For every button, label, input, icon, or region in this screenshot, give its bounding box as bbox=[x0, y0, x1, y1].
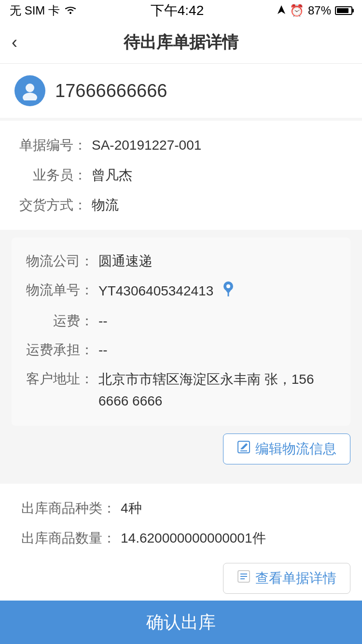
location-status-icon bbox=[277, 4, 286, 17]
delivery-label: 交货方式： bbox=[19, 195, 87, 215]
product-type-row: 出库商品种类： 4种 bbox=[19, 498, 343, 518]
salesman-label: 业务员： bbox=[19, 165, 87, 185]
view-details-label: 查看单据详情 bbox=[255, 569, 336, 588]
svg-point-6 bbox=[226, 284, 230, 288]
wifi-icon bbox=[64, 4, 77, 17]
svg-point-2 bbox=[23, 93, 37, 100]
product-quantity-label: 出库商品数量： bbox=[19, 528, 116, 548]
section-divider bbox=[0, 476, 362, 484]
tracking-label: 物流单号： bbox=[26, 280, 94, 300]
customer-header: 17666666666 bbox=[0, 64, 362, 118]
address-row: 客户地址： 北京市市辖区海淀区永丰南 张，156 6666 6666 bbox=[26, 369, 336, 412]
nav-bar: ‹ 待出库单据详情 bbox=[0, 21, 362, 64]
salesman-value: 曾凡杰 bbox=[87, 165, 343, 185]
logistics-company-row: 物流公司： 圆通速递 bbox=[26, 251, 336, 271]
list-icon bbox=[237, 570, 251, 587]
view-button-row: 查看单据详情 bbox=[0, 563, 362, 605]
customer-phone: 17666666666 bbox=[55, 81, 167, 101]
freight-value: -- bbox=[94, 311, 336, 331]
status-bar: 无 SIM 卡 下午4:42 ⏰ 87% bbox=[0, 0, 362, 21]
product-type-value: 4种 bbox=[116, 498, 343, 518]
view-details-button[interactable]: 查看单据详情 bbox=[223, 563, 350, 594]
carrier-text: 无 SIM 卡 bbox=[10, 3, 60, 18]
logistics-box: 物流公司： 圆通速递 物流单号： YT4306405342413 运费： -- … bbox=[12, 238, 350, 426]
edit-icon bbox=[237, 440, 251, 457]
freight-label: 运费： bbox=[26, 311, 94, 331]
back-button[interactable]: ‹ bbox=[12, 32, 17, 53]
address-value: 北京市市辖区海淀区永丰南 张，156 6666 6666 bbox=[94, 369, 336, 412]
battery-percent: 87% bbox=[308, 4, 331, 17]
avatar bbox=[14, 75, 45, 106]
freight-row: 运费： -- bbox=[26, 311, 336, 331]
tracking-value: YT4306405342413 bbox=[94, 280, 336, 302]
battery-icon bbox=[335, 6, 352, 15]
bearer-row: 运费承担： -- bbox=[26, 340, 336, 360]
product-type-label: 出库商品种类： bbox=[19, 498, 116, 518]
order-number-row: 单据编号： SA-20191227-001 bbox=[19, 135, 343, 155]
svg-point-0 bbox=[70, 12, 71, 14]
time-display: 下午4:42 bbox=[151, 1, 204, 20]
address-label: 客户地址： bbox=[26, 369, 94, 389]
status-right: ⏰ 87% bbox=[277, 4, 352, 17]
edit-logistics-button[interactable]: 编辑物流信息 bbox=[223, 434, 350, 464]
edit-logistics-label: 编辑物流信息 bbox=[255, 440, 336, 458]
status-left: 无 SIM 卡 bbox=[10, 3, 77, 18]
map-pin-icon[interactable] bbox=[220, 280, 237, 302]
dashed-separator bbox=[0, 118, 362, 121]
delivery-value: 物流 bbox=[87, 195, 343, 215]
order-number-label: 单据编号： bbox=[19, 135, 87, 155]
order-info-section: 单据编号： SA-20191227-001 业务员： 曾凡杰 交货方式： 物流 bbox=[0, 121, 362, 230]
salesman-row: 业务员： 曾凡杰 bbox=[19, 165, 343, 185]
logistics-company-label: 物流公司： bbox=[26, 251, 94, 271]
svg-point-1 bbox=[26, 84, 34, 92]
confirm-button-area[interactable]: 确认出库 bbox=[0, 601, 362, 644]
page-title: 待出库单据详情 bbox=[124, 31, 238, 54]
delivery-row: 交货方式： 物流 bbox=[19, 195, 343, 215]
edit-button-row: 编辑物流信息 bbox=[0, 434, 362, 476]
order-number-value: SA-20191227-001 bbox=[87, 135, 343, 155]
product-quantity-row: 出库商品数量： 14.620000000000001件 bbox=[19, 528, 343, 548]
product-quantity-value: 14.620000000000001件 bbox=[116, 528, 343, 548]
logistics-company-value: 圆通速递 bbox=[94, 251, 336, 271]
bearer-label: 运费承担： bbox=[26, 340, 94, 360]
products-section: 出库商品种类： 4种 出库商品数量： 14.620000000000001件 bbox=[0, 484, 362, 563]
alarm-icon: ⏰ bbox=[290, 4, 304, 17]
bearer-value: -- bbox=[94, 340, 336, 360]
confirm-button-label: 确认出库 bbox=[146, 611, 216, 634]
tracking-row: 物流单号： YT4306405342413 bbox=[26, 280, 336, 302]
